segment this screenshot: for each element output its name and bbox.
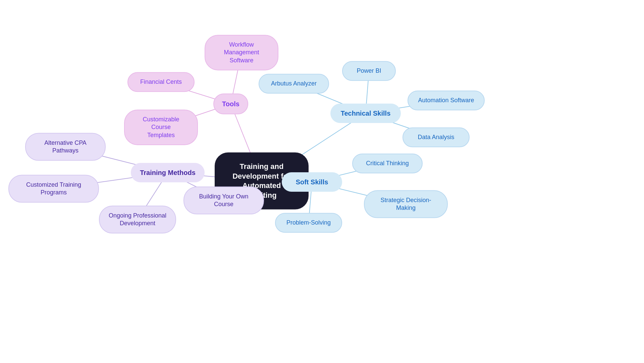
node-ongoing-professional: Ongoing ProfessionalDevelopment	[99, 206, 176, 234]
node-workflow-management: Workflow ManagementSoftware	[205, 35, 278, 70]
node-customized-training: Customized Training Programs	[8, 175, 99, 203]
node-strategic-decision: Strategic Decision-Making	[364, 190, 448, 218]
node-tools: Tools	[213, 94, 248, 114]
node-customizable-templates: Customizable CourseTemplates	[124, 110, 198, 145]
node-alternative-cpa: Alternative CPA Pathways	[25, 133, 106, 161]
node-arbutus: Arbutus Analyzer	[259, 74, 329, 94]
node-building-course: Building Your Own Course	[183, 187, 264, 215]
node-financial-cents: Financial Cents	[127, 72, 195, 92]
node-soft-skills: Soft Skills	[282, 172, 342, 192]
node-training-methods: Training Methods	[131, 163, 205, 182]
node-critical-thinking: Critical Thinking	[352, 154, 423, 173]
node-automation-software: Automation Software	[408, 90, 485, 110]
node-problem-solving: Problem-Solving	[275, 213, 342, 233]
node-technical-skills: Technical Skills	[330, 104, 401, 123]
mind-map: Training and Development forAutomated Au…	[0, 0, 644, 363]
node-power-bi: Power BI	[342, 61, 396, 81]
node-data-analysis: Data Analysis	[402, 127, 470, 147]
